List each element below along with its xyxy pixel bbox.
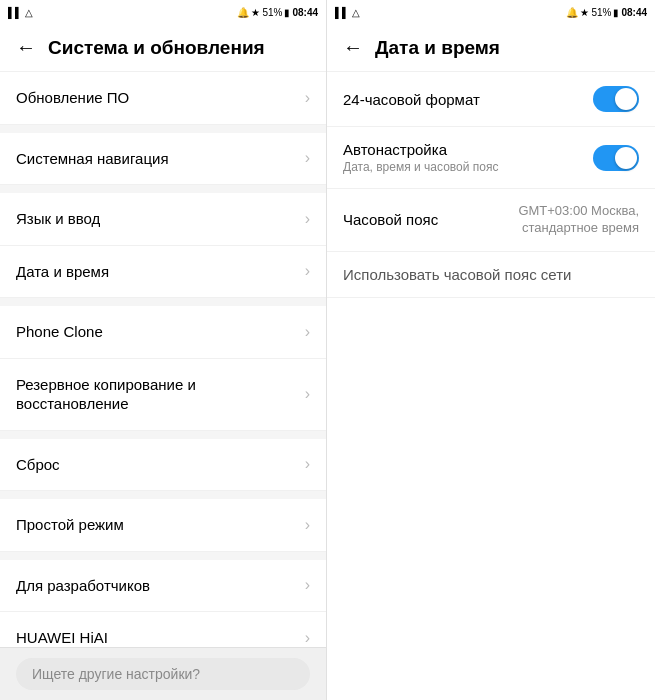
toggle-knob-auto: [615, 147, 637, 169]
right-back-button[interactable]: ←: [343, 36, 363, 59]
menu-item-backup[interactable]: Резервное копирование и восстановление ›: [0, 359, 326, 431]
search-input[interactable]: Ищете другие настройки?: [16, 658, 310, 690]
setting-timezone[interactable]: Часовой пояс GMT+03:00 Москва, стандартн…: [327, 189, 655, 252]
menu-item-update[interactable]: Обновление ПО ›: [0, 72, 326, 125]
time-right: 08:44: [621, 7, 647, 18]
menu-item-reset[interactable]: Сброс ›: [0, 431, 326, 492]
notification-icon: 🔔: [237, 7, 249, 18]
setting-auto[interactable]: Автонастройка Дата, время и часовой пояс: [327, 127, 655, 189]
right-status-icons: 🔔 ★ 51% ▮ 08:44: [566, 7, 647, 18]
time-left: 08:44: [292, 7, 318, 18]
left-status-bar: ▌▌ △ 🔔 ★ 51% ▮ 08:44: [0, 0, 327, 24]
left-back-button[interactable]: ←: [16, 36, 36, 59]
right-panel-title: Дата и время: [375, 37, 500, 59]
network-timezone-option[interactable]: Использовать часовой пояс сети: [327, 252, 655, 298]
menu-item-hiai[interactable]: HUAWEI HiAI ›: [0, 612, 326, 647]
chevron-icon: ›: [305, 262, 310, 280]
chevron-icon: ›: [305, 149, 310, 167]
timezone-value: GMT+03:00 Москва, стандартное время: [509, 203, 639, 237]
left-panel: ← Система и обновления Обновление ПО › С…: [0, 24, 327, 700]
chevron-icon: ›: [305, 629, 310, 647]
bluetooth-icon-right: ★: [580, 7, 589, 18]
right-header: ← Дата и время: [327, 24, 655, 72]
bluetooth-icon: ★: [251, 7, 260, 18]
right-signal-icons: ▌▌ △: [335, 7, 360, 18]
left-status-icons: 🔔 ★ 51% ▮ 08:44: [237, 7, 318, 18]
toggle-auto[interactable]: [593, 145, 639, 171]
menu-item-nav[interactable]: Системная навигация ›: [0, 125, 326, 186]
left-header: ← Система и обновления: [0, 24, 326, 72]
battery-icon-right: ▮: [613, 7, 619, 18]
chevron-icon: ›: [305, 385, 310, 403]
chevron-icon: ›: [305, 89, 310, 107]
battery-percent: 51%: [262, 7, 282, 18]
search-bar[interactable]: Ищете другие настройки?: [0, 647, 326, 700]
chevron-icon: ›: [305, 576, 310, 594]
settings-list: 24-часовой формат Автонастройка Дата, вр…: [327, 72, 655, 700]
toggle-format24[interactable]: [593, 86, 639, 112]
left-menu-list: Обновление ПО › Системная навигация › Яз…: [0, 72, 326, 647]
menu-item-easymode[interactable]: Простой режим ›: [0, 491, 326, 552]
setting-format24[interactable]: 24-часовой формат: [327, 72, 655, 127]
toggle-knob: [615, 88, 637, 110]
menu-item-lang[interactable]: Язык и ввод ›: [0, 185, 326, 246]
right-panel: ← Дата и время 24-часовой формат Автонас…: [327, 24, 655, 700]
menu-item-clone[interactable]: Phone Clone ›: [0, 298, 326, 359]
battery-percent-right: 51%: [591, 7, 611, 18]
chevron-icon: ›: [305, 455, 310, 473]
left-signal-icons: ▌▌ △: [8, 7, 33, 18]
signal-icon: ▌▌: [8, 7, 22, 18]
menu-item-datetime[interactable]: Дата и время ›: [0, 246, 326, 299]
right-status-bar: ▌▌ △ 🔔 ★ 51% ▮ 08:44: [327, 0, 655, 24]
signal-icon-right: ▌▌: [335, 7, 349, 18]
menu-item-developer[interactable]: Для разработчиков ›: [0, 552, 326, 613]
notification-icon-right: 🔔: [566, 7, 578, 18]
chevron-icon: ›: [305, 516, 310, 534]
wifi-icon: △: [25, 7, 33, 18]
wifi-icon-right: △: [352, 7, 360, 18]
battery-icon: ▮: [284, 7, 290, 18]
left-panel-title: Система и обновления: [48, 37, 265, 59]
chevron-icon: ›: [305, 210, 310, 228]
chevron-icon: ›: [305, 323, 310, 341]
